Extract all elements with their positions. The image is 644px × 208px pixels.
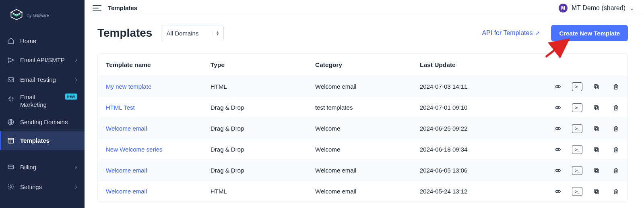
svg-rect-12 [595, 127, 599, 131]
table-row: Welcome email Drag & Drop Welcome email … [98, 160, 627, 181]
preview-button[interactable] [553, 187, 563, 196]
table-header: Template name Type Category Last Update [98, 54, 627, 76]
card-icon [7, 163, 14, 171]
domain-select[interactable]: All Domains ▴▾ [161, 25, 224, 41]
col-header-type: Type [211, 61, 315, 69]
template-name-link[interactable]: Welcome email [106, 167, 211, 174]
templates-table: Template name Type Category Last Update … [97, 53, 628, 202]
preview-button[interactable] [553, 82, 563, 91]
sidebar-item-home[interactable]: Home [0, 31, 85, 50]
breadcrumb: Templates [108, 4, 137, 11]
new-badge: new [65, 94, 77, 100]
brand-logo[interactable]: mailtrap by railsware [0, 5, 85, 29]
duplicate-button[interactable] [591, 82, 602, 91]
template-name-link[interactable]: My new template [106, 83, 211, 90]
templates-icon [7, 137, 14, 144]
svg-rect-21 [595, 190, 599, 193]
table-row: Welcome email HTML Welcome email 2024-05… [98, 181, 627, 202]
row-actions: >_ [553, 124, 621, 133]
template-name-link[interactable]: HTML Test [106, 104, 211, 111]
svg-point-5 [557, 86, 559, 87]
template-category: Welcome email [315, 167, 420, 174]
chevron-right-icon: › [75, 56, 77, 64]
svg-rect-19 [594, 168, 598, 171]
chevron-right-icon: › [75, 75, 77, 84]
template-updated: 2024-07-01 09:10 [420, 104, 553, 111]
create-template-button[interactable]: Create New Template [551, 25, 628, 41]
sidebar-item-label: Sending Domains [20, 119, 68, 125]
template-category: Welcome [315, 125, 420, 132]
table-row: Welcome email Drag & Drop Welcome 2024-0… [98, 118, 627, 139]
preview-button[interactable] [553, 145, 563, 154]
preview-button[interactable] [553, 103, 563, 112]
template-updated: 2024-06-25 09:22 [420, 125, 553, 132]
domain-select-value: All Domains [166, 30, 198, 37]
sidebar-item-sending-domains[interactable]: Sending Domains [0, 113, 85, 131]
code-button[interactable]: >_ [572, 103, 582, 112]
api-for-templates-link[interactable]: API for Templates ↗ [482, 29, 540, 37]
chevron-down-icon: ⌄ [630, 5, 634, 11]
duplicate-button[interactable] [591, 103, 602, 112]
sidebar-item-email-api[interactable]: Email API/SMTP › [0, 50, 85, 70]
template-name-link[interactable]: Welcome email [106, 188, 211, 195]
code-button[interactable]: >_ [572, 187, 582, 196]
gear-icon [7, 183, 14, 190]
preview-button[interactable] [553, 124, 563, 133]
code-button[interactable]: >_ [572, 145, 582, 154]
sidebar-item-label: Billing [20, 164, 36, 171]
duplicate-button[interactable] [591, 166, 602, 175]
duplicate-button[interactable] [591, 145, 602, 154]
globe-icon [7, 119, 14, 126]
delete-button[interactable] [611, 82, 621, 91]
avatar: M [559, 4, 568, 12]
svg-point-11 [557, 128, 559, 129]
svg-rect-7 [594, 84, 598, 87]
duplicate-button[interactable] [591, 124, 602, 133]
sidebar-item-label: Email [20, 94, 47, 101]
delete-button[interactable] [611, 124, 621, 133]
select-caret-icon: ▴▾ [212, 31, 219, 35]
api-link-label: API for Templates [482, 29, 533, 37]
main-content: Templates All Domains ▴▾ API for Templat… [85, 16, 644, 208]
delete-button[interactable] [611, 187, 621, 196]
code-button[interactable]: >_ [572, 124, 582, 133]
row-actions: >_ [553, 166, 621, 175]
svg-rect-18 [595, 169, 599, 173]
sidebar-item-billing[interactable]: Billing › [0, 157, 85, 177]
template-category: Welcome email [315, 83, 420, 90]
sidebar-item-templates[interactable]: Templates [0, 131, 85, 150]
code-button[interactable]: >_ [572, 82, 582, 91]
sidebar-item-email-testing[interactable]: Email Testing › [0, 70, 85, 89]
account-label: MT Demo (shared) [572, 4, 625, 12]
svg-point-4 [10, 186, 12, 188]
code-button[interactable]: >_ [572, 166, 582, 175]
sidebar-item-label: Settings [20, 183, 42, 190]
sidebar-item-settings[interactable]: Settings › [0, 177, 85, 197]
svg-point-14 [557, 149, 559, 150]
sparkle-icon [7, 95, 14, 102]
template-name-link[interactable]: Welcome email [106, 125, 211, 132]
delete-button[interactable] [611, 145, 621, 154]
brand-byline: by railsware [27, 14, 49, 18]
svg-rect-0 [8, 77, 14, 82]
sidebar-item-label: Home [20, 37, 36, 44]
account-menu[interactable]: M MT Demo (shared) ⌄ [559, 4, 634, 12]
sidebar-item-label: Marketing [20, 101, 47, 109]
duplicate-button[interactable] [591, 187, 602, 196]
svg-rect-6 [595, 85, 599, 89]
template-type: Drag & Drop [211, 167, 315, 174]
delete-button[interactable] [611, 103, 621, 112]
sidebar-item-label: Email API/SMTP [20, 56, 65, 63]
svg-rect-15 [595, 148, 599, 152]
delete-button[interactable] [611, 166, 621, 175]
preview-button[interactable] [553, 166, 563, 175]
sidebar-item-email-marketing[interactable]: Email Marketing new [0, 89, 85, 113]
sidebar-item-label: Email Testing [20, 76, 56, 83]
page-title: Templates [97, 27, 152, 40]
svg-rect-13 [594, 126, 598, 129]
row-actions: >_ [553, 82, 621, 91]
template-name-link[interactable]: New Welcome series [106, 146, 211, 153]
menu-toggle-button[interactable] [93, 5, 101, 11]
inbox-icon [7, 76, 14, 83]
col-header-name: Template name [106, 61, 211, 69]
